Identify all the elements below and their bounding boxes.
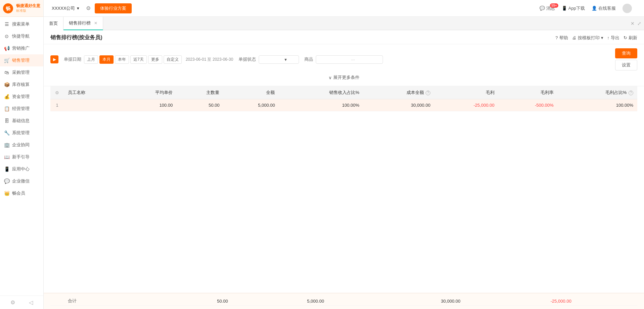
header-settings-icon[interactable]: ⚙ bbox=[86, 5, 91, 11]
tab-sales-ranking[interactable]: 销售排行榜 ✕ bbox=[63, 17, 103, 30]
tab-sales-ranking-label: 销售排行榜 bbox=[69, 20, 91, 26]
sidebar-label-search: 搜索菜单 bbox=[12, 21, 30, 27]
query-button[interactable]: 查询 bbox=[615, 48, 637, 58]
expand-more-button[interactable]: ∨ 展开更多条件 bbox=[326, 73, 362, 82]
sidebar-item-operations[interactable]: 📋 经营管理 bbox=[0, 103, 43, 115]
page-actions: ? 帮助 🖨 按模板打印 ▾ ↑ 导出 ↻ 刷新 bbox=[555, 35, 637, 41]
sidebar-item-wechat[interactable]: 💬 企业微信 bbox=[0, 175, 43, 187]
refresh-label: 刷新 bbox=[629, 35, 637, 41]
refresh-icon: ↻ bbox=[624, 35, 627, 40]
sidebar-item-purchase[interactable]: 🛍 采购管理 bbox=[0, 66, 43, 79]
col-main-qty: 主数量 bbox=[177, 86, 223, 99]
top-header: XXXXX公司 ▾ ⚙ 体验行业方案 💬 消息 99+ 📱 App下载 👤 在线… bbox=[44, 0, 644, 17]
sidebar-label-enterprise: 企业协同 bbox=[12, 142, 30, 148]
footer-label: 合计 bbox=[64, 297, 128, 306]
status-filter: 单据状态 ▾ bbox=[239, 55, 299, 64]
sidebar-item-base[interactable]: 🗄 基础信息 bbox=[0, 115, 43, 127]
table-wrap: ⚙ 员工名称 平均单价 主数量 全额 销售收入占比% 成本全额 ? 毛利 毛利率… bbox=[44, 86, 644, 293]
trial-button[interactable]: 体验行业方案 bbox=[95, 3, 132, 13]
sidebar-item-inventory[interactable]: 📦 库存核算 bbox=[0, 79, 43, 91]
marketing-icon: 📢 bbox=[4, 46, 9, 51]
status-select[interactable]: ▾ bbox=[259, 55, 299, 64]
sidebar-item-search[interactable]: ☰ 搜索菜单 bbox=[0, 18, 43, 30]
sidebar-label-sales: 销售管理 bbox=[12, 57, 30, 63]
sidebar-item-apps[interactable]: 📱 应用中心 bbox=[0, 163, 43, 175]
company-selector[interactable]: XXXXX公司 ▾ bbox=[49, 4, 82, 13]
print-button[interactable]: 🖨 按模板打印 ▾ bbox=[572, 35, 603, 41]
sidebar-settings-icon[interactable]: ⚙ bbox=[10, 299, 15, 306]
filter-expand-arrow[interactable]: ▶ bbox=[50, 55, 58, 63]
data-table: ⚙ 员工名称 平均单价 主数量 全额 销售收入占比% 成本全额 ? 毛利 毛利率… bbox=[50, 86, 637, 111]
tab-close-icon[interactable]: ✕ bbox=[94, 21, 97, 25]
col-sales-pct: 销售收入占比% bbox=[279, 86, 363, 99]
col-gross: 毛利 bbox=[434, 86, 499, 99]
date-btn-this-year[interactable]: 本年 bbox=[115, 55, 129, 64]
app-icon: 📱 bbox=[562, 6, 567, 11]
date-btn-more[interactable]: 更多 bbox=[148, 55, 162, 64]
date-range-buttons: 上月 本月 本年 近7天 更多 自定义 bbox=[84, 55, 182, 64]
export-button[interactable]: ↑ 导出 bbox=[607, 35, 620, 41]
filter-actions: 查询 设置 bbox=[615, 48, 637, 70]
sidebar-label-shortcut: 快捷导航 bbox=[12, 33, 30, 39]
message-item[interactable]: 💬 消息 99+ bbox=[540, 5, 555, 11]
logo-subtitle: 标准版 bbox=[16, 8, 40, 13]
apps-icon: 📱 bbox=[4, 166, 9, 172]
app-download-item[interactable]: 📱 App下载 bbox=[562, 5, 585, 11]
sidebar-label-apps: 应用中心 bbox=[12, 166, 30, 172]
date-btn-7days[interactable]: 近7天 bbox=[130, 55, 147, 64]
goods-select[interactable]: ··· bbox=[316, 55, 383, 64]
sidebar-label-wechat: 企业微信 bbox=[12, 178, 30, 184]
sidebar-item-guide[interactable]: 📖 新手引导 bbox=[0, 151, 43, 163]
footer-gross-rate bbox=[575, 297, 606, 306]
main-wrap: XXXXX公司 ▾ ⚙ 体验行业方案 💬 消息 99+ 📱 App下载 👤 在线… bbox=[44, 0, 644, 309]
row-cost: 30,000.00 bbox=[363, 99, 434, 111]
help-button[interactable]: ? 帮助 bbox=[555, 35, 568, 41]
filter-expand-row: ∨ 展开更多条件 bbox=[50, 73, 637, 82]
logo-icon: 畅 bbox=[3, 3, 13, 14]
cost-tip-icon[interactable]: ? bbox=[426, 91, 430, 95]
sidebar-collapse-icon[interactable]: ◁ bbox=[29, 299, 33, 306]
user-avatar[interactable] bbox=[622, 4, 632, 13]
inventory-icon: 📦 bbox=[4, 82, 9, 87]
footer-avg-price bbox=[128, 297, 159, 306]
date-filter-label: 单据日期 bbox=[64, 56, 81, 62]
shortcut-icon: ⊙ bbox=[4, 34, 9, 39]
tab-home[interactable]: 首页 bbox=[44, 17, 63, 30]
sidebar-label-finance: 资金管理 bbox=[12, 94, 30, 100]
sidebar-nav: ☰ 搜索菜单 ⊙ 快捷导航 📢 营销推广 🛒 销售管理 🛍 采购管理 📦 库存核… bbox=[0, 17, 43, 296]
footer-total: 5,000.00 bbox=[232, 297, 328, 306]
row-gross-pct: 100.00% bbox=[558, 99, 637, 111]
sidebar-item-enterprise[interactable]: 🏢 企业协同 bbox=[0, 139, 43, 151]
col-name: 员工名称 bbox=[64, 86, 120, 99]
sidebar-item-finance[interactable]: 💰 资金管理 bbox=[0, 91, 43, 103]
online-service-item[interactable]: 👤 在线客服 bbox=[592, 5, 616, 11]
date-btn-this-month[interactable]: 本月 bbox=[99, 55, 114, 64]
sidebar-item-marketing[interactable]: 📢 营销推广 bbox=[0, 42, 43, 54]
sidebar-item-shortcut[interactable]: ⊙ 快捷导航 bbox=[0, 30, 43, 42]
tab-minimize-icon[interactable]: ✕ bbox=[631, 21, 635, 26]
export-label: 导出 bbox=[611, 35, 619, 41]
page-header: 销售排行榜(按业务员) ? 帮助 🖨 按模板打印 ▾ ↑ 导出 ↻ 刷新 bbox=[44, 30, 644, 44]
table-row: 1 100.00 50.00 5,000.00 100.00% 30,000.0… bbox=[50, 99, 637, 111]
logo-title: 畅捷通好生意 bbox=[16, 3, 40, 9]
refresh-button[interactable]: ↻ 刷新 bbox=[624, 35, 637, 41]
col-settings[interactable]: ⚙ bbox=[50, 86, 64, 99]
sidebar-item-member[interactable]: 👑 畅会员 bbox=[0, 187, 43, 199]
row-name bbox=[64, 99, 120, 111]
sidebar-footer: ⚙ ◁ bbox=[0, 296, 43, 309]
settings-small-button[interactable]: 设置 bbox=[615, 60, 637, 70]
message-badge: 99+ bbox=[550, 3, 558, 8]
operations-icon: 📋 bbox=[4, 106, 9, 111]
sidebar-label-guide: 新手引导 bbox=[12, 154, 30, 160]
footer-gross: -25,000.00 bbox=[464, 297, 575, 306]
gross-pct-tip-icon[interactable]: ? bbox=[629, 91, 633, 95]
sidebar-item-system[interactable]: 🔧 系统管理 bbox=[0, 127, 43, 139]
sidebar-item-sales[interactable]: 🛒 销售管理 bbox=[0, 54, 43, 66]
tab-expand-icon[interactable]: ⤢ bbox=[637, 21, 641, 26]
base-icon: 🗄 bbox=[4, 118, 9, 123]
date-btn-last-month[interactable]: 上月 bbox=[84, 55, 98, 64]
sidebar-label-marketing: 营销推广 bbox=[12, 45, 30, 51]
search-icon: ☰ bbox=[4, 21, 9, 27]
sidebar-label-inventory: 库存核算 bbox=[12, 82, 30, 88]
date-btn-custom[interactable]: 自定义 bbox=[164, 55, 182, 64]
